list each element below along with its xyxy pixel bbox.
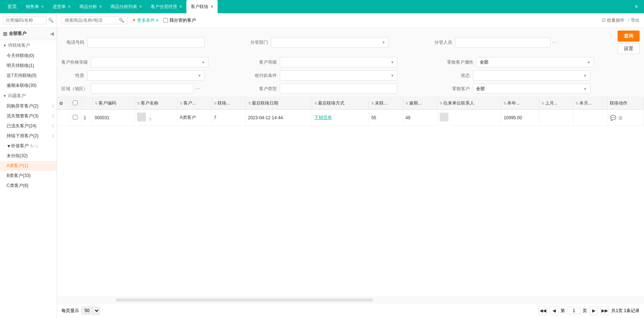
filter-mine-customers[interactable]: 我分管的客户	[163, 17, 196, 24]
th-overdue[interactable]: ⇅逾期...	[403, 97, 437, 110]
sidebar-item-class-c[interactable]: C类客户(6)	[0, 181, 57, 191]
sidebar-section-value[interactable]: ▼ 价值客户 ↻ □	[0, 141, 57, 151]
nav-tab-purchase[interactable]: 进货单 ×	[48, 0, 75, 13]
close-purchase-tab[interactable]: ×	[68, 4, 71, 9]
th-name[interactable]: ⇅客户名称	[135, 97, 178, 110]
phone-input[interactable]	[87, 37, 205, 47]
nav-tab-customer-tier[interactable]: 客户分层经营 ×	[146, 0, 186, 13]
sidebar-item-class-a[interactable]: A类客户(1)	[0, 161, 57, 171]
sort-this-year-icon: ⇅	[504, 102, 507, 105]
sidebar-item-ungrouped[interactable]: 未分组(32)	[0, 151, 57, 161]
add-icon[interactable]: □	[35, 144, 38, 149]
nav-tab-customer-contact[interactable]: 客户联络 ×	[186, 0, 218, 13]
th-last-month[interactable]: ⇅上月...	[539, 97, 573, 110]
filter-search-icon[interactable]: 🔍	[119, 18, 124, 23]
nav-tab-product-analysis[interactable]: 商品分析 ×	[75, 0, 106, 13]
close-all-tabs[interactable]: ×	[632, 3, 641, 10]
sidebar-item-today-pending[interactable]: 今天待联络(0)	[0, 51, 57, 61]
price-level-select[interactable]: ▼	[91, 57, 208, 67]
sidebar-item-class-b[interactable]: B类客户(33)	[0, 171, 57, 181]
page-label-suffix: 页	[583, 308, 587, 314]
th-this-year[interactable]: ⇅本年...	[501, 97, 539, 110]
sidebar-section-pending[interactable]: ▼ 待联络客户	[0, 40, 57, 51]
mine-customers-label: 我分管的客户	[169, 17, 196, 24]
sidebar-item-churn-warning[interactable]: 流失预警客户(3) ℹ	[0, 111, 57, 121]
first-page-btn[interactable]: ◀◀	[539, 306, 547, 315]
manager-input[interactable]	[455, 37, 551, 47]
prev-page-btn[interactable]: ◀	[550, 306, 558, 315]
setting-btn[interactable]: 设置	[618, 43, 640, 54]
nav-tab-product-list[interactable]: 商品分析列表 ×	[106, 0, 146, 13]
th-contact-person[interactable]: ⇅往来单位联系人	[437, 97, 501, 110]
nav-home[interactable]: 首页	[3, 0, 21, 13]
td-last-month	[539, 110, 573, 126]
sidebar-section-problem[interactable]: ▼ 问题客户	[0, 91, 57, 101]
filter-search-input[interactable]	[65, 18, 119, 23]
customer-type-select[interactable]	[280, 84, 397, 94]
sidebar-search-input[interactable]	[3, 16, 47, 24]
query-btn[interactable]: 查询	[618, 31, 640, 42]
th-code[interactable]: ⇅客户编码	[92, 97, 135, 110]
sidebar-item-declining[interactable]: 持续下滑客户(2) ℹ	[0, 131, 57, 141]
customer-level-select[interactable]: ▼	[280, 57, 397, 67]
next-page-btn[interactable]: ▶	[589, 306, 598, 315]
nav-tab-sales[interactable]: 销售单 ×	[21, 0, 48, 13]
horizontal-scrollbar[interactable]	[116, 298, 373, 301]
retail-attr-select[interactable]: 全部 ▼	[476, 57, 594, 67]
close-customer-contact-tab[interactable]: ×	[211, 4, 213, 9]
th-last-date[interactable]: ⇅最后联络日期	[246, 97, 312, 110]
select-all-checkbox[interactable]	[73, 100, 78, 105]
sidebar-search-icon[interactable]: 🔍	[48, 18, 54, 23]
filter-search-container: 🔍	[61, 16, 128, 24]
th-checkbox[interactable]	[70, 97, 81, 110]
chat-icon[interactable]: 💬	[610, 115, 616, 121]
payment-select[interactable]: ▼	[280, 70, 397, 81]
status-select[interactable]: ▼	[473, 70, 590, 81]
query-buttons: 查询 设置	[613, 31, 640, 54]
close-product-analysis-tab[interactable]: ×	[99, 4, 102, 9]
page-number-input[interactable]	[567, 307, 580, 314]
th-settings[interactable]: ⚙	[57, 97, 70, 110]
info-icon-2: ℹ	[52, 114, 54, 119]
nature-select[interactable]: ▼	[87, 70, 205, 81]
sidebar-item-7days-pending[interactable]: 近7天待联络(0)	[0, 71, 57, 81]
export-icon: ↑	[627, 18, 630, 23]
sidebar-all-customers-header[interactable]: ⊞ 全部客户 ◀	[0, 28, 57, 40]
last-method-link[interactable]: 下销货单	[314, 115, 332, 120]
main-layout: 🔍 ⊞ 全部客户 ◀ ▼ 待联络客户 今天待联络(0) 明天待联络(1) 近7天…	[0, 13, 644, 318]
td-last-method[interactable]: 下销货单	[312, 110, 369, 126]
th-this-month[interactable]: ⇅本月...	[573, 97, 607, 110]
td-contact-count: 7	[211, 110, 246, 126]
th-contact-count[interactable]: ⇅联络...	[211, 97, 246, 110]
grid-action-icon[interactable]: ⊞	[618, 115, 623, 121]
mine-customers-checkbox[interactable]	[163, 18, 168, 23]
manager-dots-icon[interactable]: ···	[551, 39, 558, 46]
sidebar-item-repurchase-abnormal[interactable]: 回购异常客户(2) ℹ	[0, 101, 57, 111]
sidebar-item-overdue-contact[interactable]: 逾期未联络(30)	[0, 81, 57, 91]
close-sales-tab[interactable]: ×	[41, 4, 44, 9]
retail-customer-select[interactable]: 全部 ▼	[473, 84, 590, 94]
th-un-contact[interactable]: ⇅未联...	[369, 97, 403, 110]
th-level[interactable]: ⇅客户...	[177, 97, 211, 110]
batch-op-btn[interactable]: ☑ 批量操作	[602, 17, 625, 24]
region-dots-icon[interactable]: ···	[194, 85, 201, 92]
row-checkbox[interactable]	[73, 115, 78, 120]
sidebar-item-churned[interactable]: 已流失客户(24) ℹ	[0, 121, 57, 131]
close-customer-tier-tab[interactable]: ×	[179, 4, 182, 9]
td-checkbox[interactable]	[70, 110, 81, 126]
refresh-icon[interactable]: ↻	[30, 144, 34, 149]
sidebar-collapse-btn[interactable]: ◀	[50, 31, 54, 36]
last-page-btn[interactable]: ▶▶	[600, 306, 609, 315]
export-btn[interactable]: ↑ 导出	[627, 17, 640, 24]
sort-last-method-icon: ⇅	[314, 102, 317, 105]
th-last-method[interactable]: ⇅最后联络方式	[312, 97, 369, 110]
close-product-list-tab[interactable]: ×	[139, 4, 142, 9]
customer-avatar	[137, 113, 146, 121]
sidebar-item-tomorrow-pending[interactable]: 明天待联络(1)	[0, 61, 57, 71]
region-input[interactable]	[91, 84, 194, 94]
dept-chevron-icon: ▼	[382, 40, 385, 45]
filter-more-conditions[interactable]: ▼ 更多条件 ∧	[132, 17, 159, 24]
filter-icon: ▼	[132, 18, 136, 23]
page-size-select[interactable]: 50 10 20 100	[81, 307, 100, 315]
dept-select[interactable]: ▼	[271, 37, 389, 47]
